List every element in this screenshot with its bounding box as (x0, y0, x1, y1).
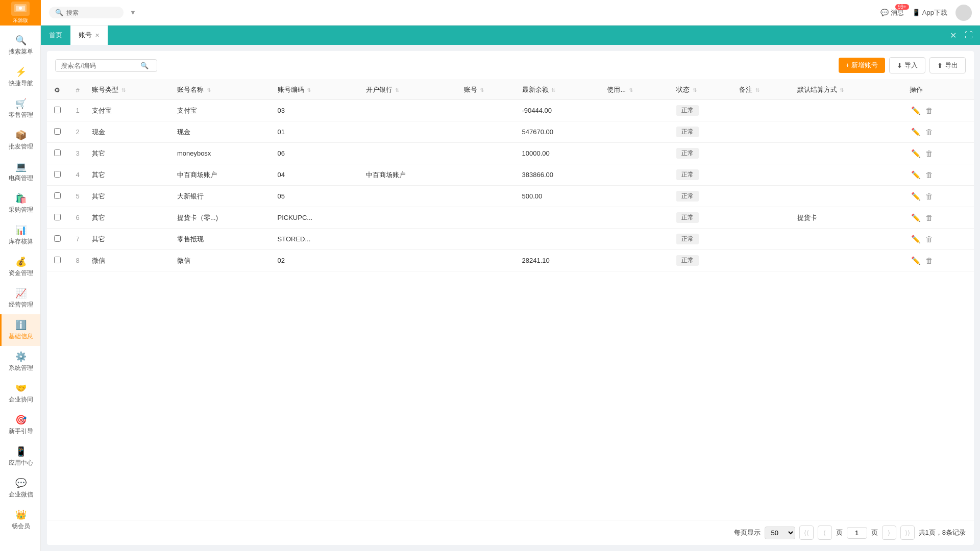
row-type: 其它 (88, 164, 173, 186)
row-checkbox[interactable] (54, 171, 61, 178)
pagination-first[interactable]: ⟨⟨ (799, 525, 814, 540)
settings-icon[interactable]: ⚙ (54, 86, 60, 94)
edit-icon[interactable]: ✏️ (911, 213, 921, 222)
svg-point-2 (19, 7, 22, 10)
th-settlement[interactable]: 默认结算方式 ⇅ (793, 80, 905, 100)
edit-icon[interactable]: ✏️ (911, 149, 921, 158)
row-select[interactable] (47, 186, 67, 207)
sidebar-item-基础信息[interactable]: ℹ️基础信息 (0, 314, 40, 346)
th-status[interactable]: 状态 ⇅ (672, 80, 735, 100)
row-num: 5 (67, 186, 88, 207)
app-download-button[interactable]: 📱 App下载 (912, 8, 947, 17)
row-checkbox[interactable] (54, 235, 61, 242)
row-type: 其它 (88, 207, 173, 229)
sidebar-item-电商管理[interactable]: 💻电商管理 (0, 156, 40, 188)
row-select[interactable] (47, 121, 67, 143)
row-usage (603, 100, 672, 121)
page-input[interactable] (847, 527, 867, 539)
pagination-next[interactable]: ⟩ (882, 525, 896, 540)
th-balance[interactable]: 最新余额 ⇅ (518, 80, 603, 100)
th-name[interactable]: 账号名称 ⇅ (173, 80, 274, 100)
tab-account[interactable]: 账号 ✕ (70, 26, 108, 45)
edit-icon[interactable]: ✏️ (911, 170, 921, 179)
row-checkbox[interactable] (54, 192, 61, 199)
row-checkbox[interactable] (54, 149, 61, 156)
sidebar-item-零售管理[interactable]: 🛒零售管理 (0, 93, 40, 124)
sidebar-item-企业微信[interactable]: 💬企业微信 (0, 472, 40, 504)
sidebar-item-经营管理[interactable]: 📈经营管理 (0, 283, 40, 314)
pagination-prev[interactable]: ⟨ (818, 525, 832, 540)
th-settings[interactable]: ⚙ (47, 80, 67, 100)
th-code[interactable]: 账号编码 ⇅ (274, 80, 362, 100)
sidebar-item-搜索菜单[interactable]: 🔍搜索菜单 (0, 30, 40, 61)
row-select[interactable] (47, 164, 67, 186)
topbar-dropdown-icon[interactable]: ▼ (130, 9, 136, 16)
delete-icon[interactable]: 🗑 (925, 149, 933, 158)
sidebar-item-label: 基础信息 (9, 332, 33, 341)
tabbar-close-button[interactable]: ✕ (947, 30, 960, 41)
delete-icon[interactable]: 🗑 (925, 170, 933, 179)
delete-icon[interactable]: 🗑 (925, 213, 933, 222)
row-actions: ✏️ 🗑 (905, 100, 974, 121)
edit-icon[interactable]: ✏️ (911, 106, 921, 115)
th-usage[interactable]: 使用... ⇅ (603, 80, 672, 100)
row-select[interactable] (47, 100, 67, 121)
search-input[interactable] (61, 62, 137, 69)
th-account[interactable]: 账号 ⇅ (460, 80, 518, 100)
row-name: moneybosx (173, 143, 274, 164)
row-select[interactable] (47, 229, 67, 250)
sidebar-item-畅会员[interactable]: 👑畅会员 (0, 504, 40, 536)
row-select[interactable] (47, 207, 67, 229)
th-type[interactable]: 账号类型 ⇅ (88, 80, 173, 100)
sidebar-item-icon: 👑 (15, 509, 27, 520)
sidebar-item-系统管理[interactable]: ⚙️系统管理 (0, 346, 40, 378)
table-row: 6 其它 提货卡（零...) PICKUPC... 正常 提货卡 ✏️ 🗑 (47, 207, 974, 229)
th-remark[interactable]: 备注 ⇅ (735, 80, 793, 100)
row-account (460, 207, 518, 229)
sidebar-item-批发管理[interactable]: 📦批发管理 (0, 124, 40, 156)
topbar-search-input[interactable] (66, 9, 117, 16)
message-button[interactable]: 💬 消息 99+ (880, 8, 904, 17)
delete-icon[interactable]: 🗑 (925, 106, 933, 115)
edit-icon[interactable]: ✏️ (911, 235, 921, 243)
pagination-last[interactable]: ⟩⟩ (900, 525, 915, 540)
table-container: ⚙ # 账号类型 ⇅ 账号名称 ⇅ 账号编码 ⇅ 开户银行 ⇅ 账号 ⇅ 最新余… (47, 80, 974, 520)
sidebar-item-快捷导航[interactable]: ⚡快捷导航 (0, 61, 40, 93)
row-select[interactable] (47, 143, 67, 164)
sidebar-item-label: 企业微信 (9, 490, 33, 499)
row-status: 正常 (672, 121, 735, 143)
sidebar-item-icon: 🔍 (15, 35, 27, 46)
row-checkbox[interactable] (54, 257, 61, 263)
sidebar-item-采购管理[interactable]: 🛍️采购管理 (0, 188, 40, 219)
row-select[interactable] (47, 250, 67, 271)
row-checkbox[interactable] (54, 214, 61, 220)
edit-icon[interactable]: ✏️ (911, 192, 921, 201)
row-checkbox[interactable] (54, 128, 61, 135)
tab-account-close[interactable]: ✕ (95, 32, 100, 39)
delete-icon[interactable]: 🗑 (925, 192, 933, 201)
import-button[interactable]: ⬇ 导入 (889, 57, 925, 73)
sidebar-item-企业协同[interactable]: 🤝企业协同 (0, 378, 40, 409)
topbar-search-box[interactable]: 🔍 (49, 7, 124, 18)
add-account-button[interactable]: + 新增账号 (839, 58, 885, 73)
delete-icon[interactable]: 🗑 (925, 128, 933, 136)
sidebar-item-库存核算[interactable]: 📊库存核算 (0, 219, 40, 251)
sidebar-item-icon: ⚙️ (15, 351, 27, 362)
sidebar-item-应用中心[interactable]: 📱应用中心 (0, 441, 40, 472)
tabbar-maximize-button[interactable]: ⛶ (962, 30, 976, 41)
tab-home[interactable]: 首页 (41, 26, 70, 45)
edit-icon[interactable]: ✏️ (911, 128, 921, 136)
delete-icon[interactable]: 🗑 (925, 235, 933, 243)
edit-icon[interactable]: ✏️ (911, 256, 921, 265)
search-box[interactable]: 🔍 (55, 59, 157, 72)
row-checkbox[interactable] (54, 107, 61, 113)
per-page-select[interactable]: 50 100 (765, 527, 795, 539)
sidebar-item-新手引导[interactable]: 🎯新手引导 (0, 409, 40, 441)
row-status: 正常 (672, 164, 735, 186)
sidebar-item-资金管理[interactable]: 💰资金管理 (0, 251, 40, 283)
delete-icon[interactable]: 🗑 (925, 256, 933, 265)
export-button[interactable]: ⬆ 导出 (929, 57, 966, 73)
user-avatar[interactable] (955, 5, 972, 21)
th-bank[interactable]: 开户银行 ⇅ (362, 80, 460, 100)
row-bank (362, 250, 460, 271)
